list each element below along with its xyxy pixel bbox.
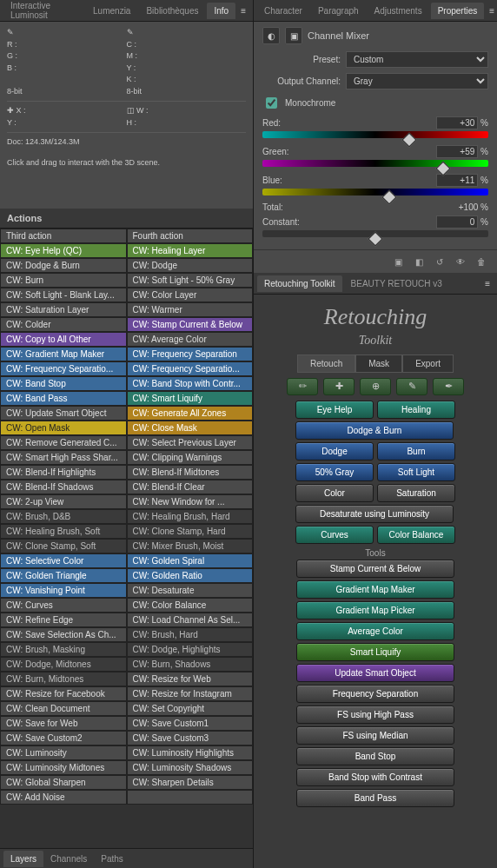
rt-tool-band-stop[interactable]: Band Stop: [296, 747, 454, 765]
rt-tool-average-color[interactable]: Average Color: [296, 622, 454, 640]
rt-btn-50%-gray[interactable]: 50% Gray: [295, 463, 374, 481]
panel-menu-icon[interactable]: ≡: [486, 4, 497, 17]
action-item[interactable]: CW: Luminosity Shadows: [127, 760, 254, 775]
action-item[interactable]: CW: Colder: [0, 317, 127, 332]
view-previous-icon[interactable]: ◧: [412, 255, 426, 268]
monochrome-checkbox[interactable]: [266, 97, 277, 109]
action-item[interactable]: CW: Frequency Separatio...: [0, 361, 127, 376]
tab-paths[interactable]: Paths: [94, 851, 130, 867]
rt-btn-saturation[interactable]: Saturation: [377, 484, 455, 502]
action-item[interactable]: CW: Dodge, Midtones: [0, 657, 127, 672]
action-item[interactable]: CW: Vanishing Point: [0, 583, 127, 598]
action-item[interactable]: CW: Blend-If Clear: [127, 480, 254, 494]
visibility-icon[interactable]: 👁: [454, 255, 467, 268]
action-item[interactable]: CW: Golden Spiral: [127, 553, 254, 568]
rt-mode-mask[interactable]: Mask: [355, 354, 402, 373]
rt-btn-dodge[interactable]: Dodge: [295, 442, 374, 461]
brush-tool-icon[interactable]: ✏: [287, 378, 318, 395]
tab-bibliothèques[interactable]: Bibliothèques: [139, 3, 205, 19]
rt-tool-frequency-separation[interactable]: Frequency Separation: [296, 685, 454, 703]
action-item[interactable]: CW: Mixer Brush, Moist: [127, 539, 254, 553]
action-item[interactable]: CW: Resize for Instagram: [127, 686, 254, 701]
action-item[interactable]: CW: Save Custom3: [127, 731, 254, 745]
rt-btn-desaturate-using-luminosity[interactable]: Desaturate using Luminosity: [295, 505, 454, 523]
rt-tool-fs-using-high-pass[interactable]: FS using High Pass: [296, 706, 454, 724]
action-item[interactable]: CW: Save Custom1: [127, 716, 254, 731]
rt-btn-dodge-&-burn[interactable]: Dodge & Burn: [295, 421, 454, 440]
action-item[interactable]: CW: Resize for Facebook: [0, 686, 127, 701]
action-item[interactable]: CW: Luminosity Highlights: [127, 745, 254, 760]
action-item[interactable]: CW: Golden Ratio: [127, 568, 254, 583]
action-item[interactable]: CW: Color Balance: [127, 598, 254, 613]
constant-value[interactable]: [436, 215, 478, 229]
action-item[interactable]: CW: Band Stop with Contr...: [127, 376, 254, 391]
rt-tool-band-stop-with-contrast[interactable]: Band Stop with Contrast: [296, 768, 454, 786]
rt-btn-healing[interactable]: Healing: [377, 401, 455, 419]
rt-tool-gradient-map-picker[interactable]: Gradient Map Picker: [296, 601, 454, 620]
mask-icon[interactable]: ▣: [285, 27, 302, 44]
tab-interactive-luminosit[interactable]: Interactive Luminosit: [3, 0, 84, 23]
preset-select[interactable]: Custom: [346, 51, 488, 68]
action-item[interactable]: CW: Average Color: [127, 332, 254, 347]
action-item[interactable]: CW: Remove Generated C...: [0, 435, 127, 450]
action-item[interactable]: CW: Band Stop: [0, 376, 127, 391]
action-item[interactable]: CW: Burn, Midtones: [0, 672, 127, 686]
action-item[interactable]: [127, 790, 254, 805]
action-item[interactable]: CW: Brush, Masking: [0, 642, 127, 657]
action-item[interactable]: CW: Stamp Current & Below: [127, 317, 254, 332]
rt-mode-retouch[interactable]: Retouch: [297, 354, 355, 373]
tab-paragraph[interactable]: Paragraph: [311, 3, 366, 19]
action-item[interactable]: CW: 2-up View: [0, 494, 127, 509]
tab-adjustments[interactable]: Adjustments: [368, 3, 429, 19]
green-value[interactable]: [436, 145, 478, 158]
rt-tool-smart-liquify[interactable]: Smart Liquify: [296, 643, 454, 661]
rt-btn-color[interactable]: Color: [295, 484, 374, 502]
action-item[interactable]: CW: Smart Liquify: [127, 391, 254, 406]
action-item[interactable]: CW: Open Mask: [0, 421, 127, 435]
action-item[interactable]: CW: Dodge, Highlights: [127, 642, 254, 657]
rt-btn-curves[interactable]: Curves: [295, 526, 374, 544]
red-slider[interactable]: [262, 131, 488, 138]
action-item[interactable]: CW: Healing Brush, Hard: [127, 509, 254, 524]
rt-tool-band-pass[interactable]: Band Pass: [296, 789, 454, 807]
action-item[interactable]: CW: Close Mask: [127, 421, 254, 435]
rt-mode-export[interactable]: Export: [402, 354, 454, 373]
action-item[interactable]: CW: New Window for ...: [127, 494, 254, 509]
action-item[interactable]: CW: Sharpen Details: [127, 775, 254, 790]
heal-tool-icon[interactable]: ✚: [323, 378, 355, 395]
action-item[interactable]: CW: Clone Stamp, Soft: [0, 539, 127, 553]
action-item[interactable]: CW: Save for Web: [0, 716, 127, 731]
action-item[interactable]: CW: Saturation Layer: [0, 302, 127, 317]
clip-icon[interactable]: ▣: [391, 255, 405, 268]
action-item[interactable]: CW: Save Custom2: [0, 731, 127, 745]
action-item[interactable]: CW: Blend-If Shadows: [0, 480, 127, 494]
action-item[interactable]: CW: Brush, D&B: [0, 509, 127, 524]
tab-retouching-toolkit[interactable]: Retouching Toolkit: [257, 275, 342, 292]
action-item[interactable]: CW: Set Copyright: [127, 701, 254, 716]
action-item[interactable]: CW: Warmer: [127, 302, 254, 317]
mixer-tool-icon[interactable]: ✎: [396, 378, 427, 395]
tab-character[interactable]: Character: [257, 3, 309, 19]
action-item[interactable]: CW: Gradient Map Maker: [0, 347, 127, 361]
action-item[interactable]: CW: Dodge & Burn: [0, 258, 127, 273]
action-item[interactable]: CW: Clone Stamp, Hard: [127, 524, 254, 539]
constant-slider[interactable]: [262, 230, 488, 237]
tab-info[interactable]: Info: [207, 3, 235, 19]
action-item[interactable]: Third action: [0, 229, 127, 243]
action-item[interactable]: CW: Band Pass: [0, 391, 127, 406]
action-item[interactable]: CW: Clipping Warnings: [127, 450, 254, 465]
action-item[interactable]: CW: Soft Light - 50% Gray: [127, 273, 254, 288]
panel-menu-icon[interactable]: ≡: [237, 4, 249, 17]
tab-channels[interactable]: Channels: [43, 851, 94, 867]
rt-tool-update-smart-object[interactable]: Update Smart Object: [296, 664, 454, 682]
action-item[interactable]: CW: Brush, Hard: [127, 627, 254, 642]
action-item[interactable]: CW: Select Previous Layer: [127, 435, 254, 450]
panel-menu-icon[interactable]: ≡: [481, 277, 494, 290]
action-item[interactable]: CW: Blend-If Highlights: [0, 465, 127, 480]
action-item[interactable]: CW: Copy to All Other: [0, 332, 127, 347]
trash-icon[interactable]: 🗑: [474, 255, 488, 268]
action-item[interactable]: CW: Dodge: [127, 258, 254, 273]
pen-tool-icon[interactable]: ✒: [433, 378, 464, 395]
action-item[interactable]: CW: Smart High Pass Shar...: [0, 450, 127, 465]
rt-btn-soft-light[interactable]: Soft Light: [377, 463, 455, 481]
